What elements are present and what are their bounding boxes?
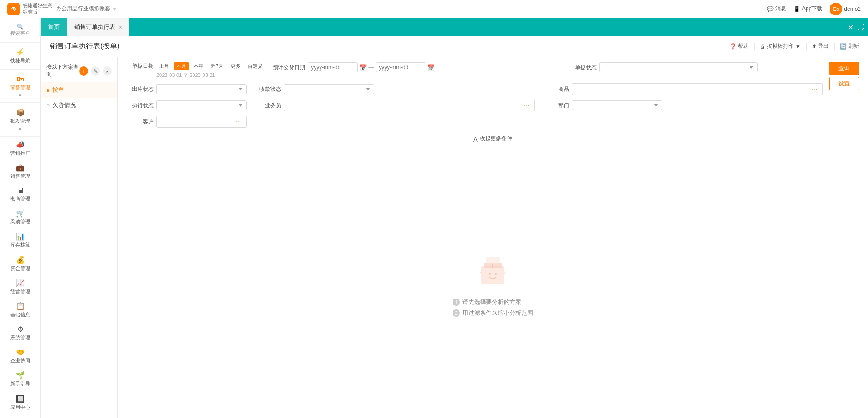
date-btn-last-7[interactable]: 近7天 bbox=[208, 62, 226, 70]
divider3 bbox=[834, 43, 835, 50]
maximize-icon[interactable]: ⛶ bbox=[857, 23, 864, 31]
tab-close-icon[interactable]: × bbox=[119, 24, 122, 30]
date-btn-this-year[interactable]: 本年 bbox=[191, 62, 206, 70]
collapse-more-button[interactable]: ⋀ 收起更多条件 bbox=[127, 132, 859, 145]
svg-point-1 bbox=[13, 8, 14, 10]
app-logo: 畅捷通好生意 标准版 bbox=[7, 3, 52, 15]
refresh-icon: 🔄 bbox=[840, 43, 847, 50]
help-icon: ❓ bbox=[730, 43, 736, 50]
hint1-num: 1 bbox=[453, 299, 460, 306]
status-label: 单据状态 bbox=[570, 64, 597, 71]
page-title: 销售订单执行表(按单) bbox=[50, 42, 120, 51]
sidebar-item-system[interactable]: ⚙ 系统管理 bbox=[0, 321, 40, 344]
sidebar-item-enterprise[interactable]: 🤝 企业协同 bbox=[0, 344, 40, 367]
date-range-display: 2023-03-01 至 2023-03-31 bbox=[156, 72, 265, 79]
out-status-select[interactable] bbox=[156, 84, 247, 94]
svg-line-8 bbox=[480, 272, 481, 274]
right-panel: 单据日期 上月 本月 本年 近7天 更多 bbox=[118, 57, 868, 418]
add-scheme-button[interactable]: + bbox=[79, 66, 88, 76]
print-button[interactable]: 🖨 按模板打印 ▼ bbox=[760, 43, 801, 50]
sidebar: 🔍 搜索菜单 ⚡ 快捷导航 🛍 零售管理 ▲ 📦 bbox=[0, 18, 41, 418]
divider1 bbox=[754, 43, 755, 50]
settings-button[interactable]: 设置 bbox=[829, 77, 859, 90]
hint-2: 2 用过滤条件来缩小分析范围 bbox=[453, 309, 533, 317]
edit-scheme-button[interactable]: ✎ bbox=[91, 66, 100, 76]
export-button[interactable]: ⬆ 导出 bbox=[812, 43, 829, 50]
sidebar-item-retail[interactable]: 🛍 零售管理 ▲ bbox=[0, 71, 40, 100]
calendar-from-icon[interactable]: 📅 bbox=[359, 64, 367, 71]
sidebar-item-finance[interactable]: 💰 资金管理 bbox=[0, 252, 40, 275]
dept-select[interactable] bbox=[572, 100, 662, 110]
goods-picker-button[interactable]: ··· bbox=[810, 85, 820, 93]
scheme-item-by-order[interactable]: ● 按单 bbox=[41, 82, 117, 98]
receipt-status-label: 收款状态 bbox=[254, 86, 281, 93]
sidebar-item-basic[interactable]: 📋 基础信息 bbox=[0, 298, 40, 321]
help-button[interactable]: ❓ 帮助 bbox=[730, 43, 749, 50]
svg-point-7 bbox=[495, 273, 497, 275]
customer-picker-button[interactable]: ··· bbox=[234, 118, 244, 126]
empty-hints: 1 请先选择要分析的方案 2 用过滤条件来缩小分析范围 bbox=[453, 298, 533, 317]
sidebar-item-operations[interactable]: 📈 经营管理 bbox=[0, 275, 40, 298]
hint2-num: 2 bbox=[453, 309, 460, 317]
receipt-status-select[interactable] bbox=[284, 84, 374, 94]
predicted-date-from[interactable] bbox=[308, 62, 358, 72]
app-download-button[interactable]: 📱 App下载 bbox=[793, 5, 822, 13]
date-btn-last-month[interactable]: 上月 bbox=[156, 62, 172, 70]
predicted-date-to[interactable] bbox=[376, 62, 425, 72]
download-icon: 📱 bbox=[793, 6, 800, 12]
sidebar-item-inventory[interactable]: 📊 库存核算 bbox=[0, 228, 40, 252]
logo-text: 畅捷通好生意 标准版 bbox=[23, 3, 52, 14]
breadcrumb-arrow: ▼ bbox=[112, 6, 118, 12]
goods-label: 商品 bbox=[542, 86, 569, 93]
user-profile[interactable]: Ea demo2 bbox=[830, 3, 861, 15]
svg-rect-2 bbox=[481, 266, 504, 284]
scheme-item-backorder[interactable]: ○ 欠货情况 bbox=[41, 98, 117, 113]
tab-home[interactable]: 首页 bbox=[41, 18, 67, 36]
sidebar-item-ecommerce[interactable]: 🖥 电商管理 bbox=[0, 183, 40, 205]
sidebar-item-quicknav[interactable]: ⚡ 快捷导航 bbox=[0, 44, 40, 67]
left-panel: 按以下方案查询 + ✎ « ● 按单 ○ 欠货情况 bbox=[41, 57, 118, 418]
logo-icon bbox=[7, 3, 20, 15]
tab-sales-order[interactable]: 销售订单执行表 × bbox=[67, 18, 129, 36]
sidebar-item-purchase[interactable]: 🛒 采购管理 bbox=[0, 205, 40, 228]
sidebar-item-wholesale[interactable]: 📦 批发管理 ▲ bbox=[0, 104, 40, 134]
salesman-label: 业务员 bbox=[254, 102, 281, 109]
dept-label: 部门 bbox=[542, 102, 569, 109]
avatar: Ea bbox=[830, 3, 842, 15]
left-panel-title: 按以下方案查询 bbox=[46, 63, 79, 79]
print-arrow-icon: ▼ bbox=[795, 43, 801, 50]
svg-point-6 bbox=[489, 273, 491, 275]
sidebar-item-sales[interactable]: 💼 销售管理 bbox=[0, 160, 40, 183]
sidebar-item-wechat[interactable]: 💬 企业微信 bbox=[0, 414, 40, 418]
message-icon: 💬 bbox=[767, 6, 774, 12]
sidebar-search-btn[interactable]: 🔍 搜索菜单 bbox=[0, 18, 40, 43]
exec-status-label: 执行状态 bbox=[127, 102, 154, 109]
date-label: 单据日期 bbox=[127, 62, 154, 70]
message-button[interactable]: 💬 消息 bbox=[767, 5, 786, 13]
date-btn-more[interactable]: 更多 bbox=[228, 62, 243, 70]
exec-status-select[interactable] bbox=[156, 100, 247, 110]
date-btn-this-month[interactable]: 本月 bbox=[174, 62, 189, 70]
refresh-button[interactable]: 🔄 刷新 bbox=[840, 43, 859, 50]
breadcrumb[interactable]: 办公用品行业模拟账套 ▼ bbox=[56, 5, 118, 13]
empty-illustration bbox=[472, 250, 513, 291]
calendar-to-icon[interactable]: 📅 bbox=[427, 64, 434, 71]
query-button[interactable]: 查询 bbox=[829, 62, 859, 75]
salesman-picker-button[interactable]: ··· bbox=[522, 101, 532, 109]
divider2 bbox=[806, 43, 807, 50]
close-window-icon[interactable]: ✕ bbox=[848, 23, 854, 32]
status-select[interactable] bbox=[599, 62, 758, 72]
collapse-panel-button[interactable]: « bbox=[103, 66, 112, 76]
sidebar-item-appstore[interactable]: 🔲 应用中心 bbox=[0, 391, 40, 414]
sidebar-item-marketing[interactable]: 📣 营销推广 bbox=[0, 137, 40, 160]
out-status-label: 出库状态 bbox=[127, 86, 154, 93]
date-sep: — bbox=[368, 64, 374, 71]
hint-1: 1 请先选择要分析的方案 bbox=[453, 298, 533, 306]
date-btn-custom[interactable]: 自定义 bbox=[245, 62, 265, 70]
sidebar-item-newbie[interactable]: 🌱 新手引导 bbox=[0, 367, 40, 390]
print-icon: 🖨 bbox=[760, 43, 765, 50]
predicted-date-label: 预计交货日期 bbox=[273, 64, 305, 71]
empty-state: 1 请先选择要分析的方案 2 用过滤条件来缩小分析范围 bbox=[118, 149, 868, 418]
filter-area: 单据日期 上月 本月 本年 近7天 更多 bbox=[118, 57, 868, 149]
export-icon: ⬆ bbox=[812, 43, 816, 50]
